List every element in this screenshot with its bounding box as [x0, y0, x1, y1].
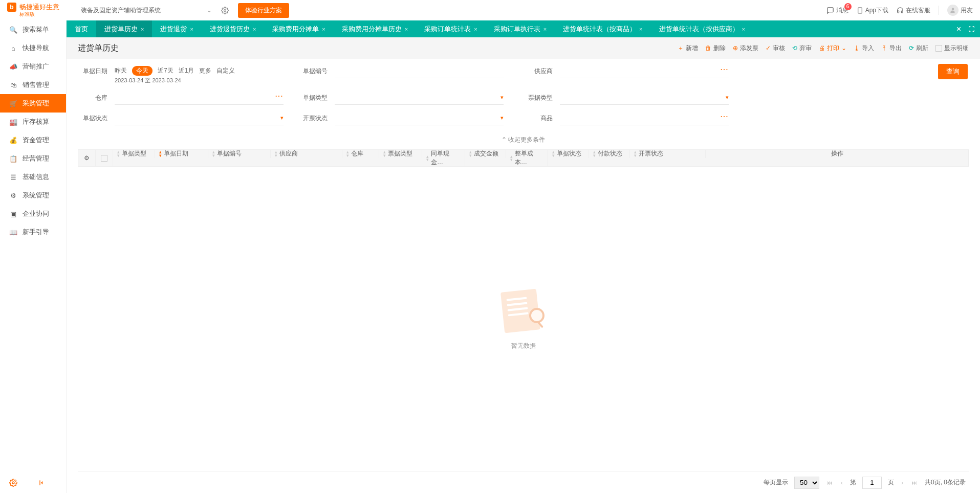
home-icon: ⌂	[9, 44, 17, 52]
refresh-button[interactable]: ⟳刷新	[909, 44, 928, 53]
goods-input[interactable]: ···	[560, 113, 729, 125]
delete-button[interactable]: 🗑删除	[705, 44, 726, 53]
tab-8[interactable]: 进货单统计表（按商品）×	[555, 20, 650, 37]
settings-icon[interactable]	[9, 479, 17, 487]
column-header-11[interactable]: ▴▾开票状态	[630, 149, 706, 158]
column-settings[interactable]: ⚙	[78, 150, 96, 166]
column-header-9[interactable]: ▴▾单据状态	[548, 149, 589, 158]
prev-page-icon[interactable]: ‹	[840, 479, 844, 486]
select-all[interactable]	[96, 150, 113, 166]
last-page-icon[interactable]: ⏭	[910, 479, 919, 486]
sidebar-item-10[interactable]: ▣企业协同	[0, 205, 66, 223]
sidebar-item-3[interactable]: 🛍销售管理	[0, 76, 66, 94]
column-label: 单据编号	[217, 149, 242, 158]
export-button[interactable]: ⭱导出	[881, 44, 902, 53]
column-header-0[interactable]: ▴▾单据类型	[113, 149, 155, 158]
tab-9[interactable]: 进货单统计表（按供应商）×	[651, 20, 753, 37]
show-detail-toggle[interactable]: 显示明细	[935, 44, 969, 53]
date-option-5[interactable]: 自定义	[216, 66, 235, 75]
support-button[interactable]: 在线客服	[897, 6, 930, 15]
next-page-icon[interactable]: ›	[900, 479, 904, 486]
sidebar-item-9[interactable]: ⚙系统管理	[0, 186, 66, 205]
brand-subtext: 标准版	[19, 11, 59, 18]
column-header-12[interactable]: 操作	[706, 149, 968, 158]
filter-label-invstat: 开票状态	[299, 113, 335, 123]
sidebar-item-8[interactable]: ☰基础信息	[0, 168, 66, 186]
sidebar-item-1[interactable]: ⌂快捷导航	[0, 39, 66, 57]
column-header-10[interactable]: ▴▾付款状态	[589, 149, 630, 158]
column-header-6[interactable]: ▴▾同单现金…	[422, 149, 465, 167]
empty-state: 暂无数据	[78, 167, 969, 472]
column-header-5[interactable]: ▴▾票据类型	[379, 149, 422, 158]
user-menu[interactable]: 用友	[947, 5, 973, 16]
messages-button[interactable]: 消息 6	[826, 6, 848, 15]
close-icon[interactable]: ×	[253, 26, 256, 32]
sidebar-item-4[interactable]: 🛒采购管理	[0, 94, 66, 113]
tab-0[interactable]: 首页	[67, 20, 96, 37]
tab-3[interactable]: 进货退货历史×	[202, 20, 264, 37]
tab-4[interactable]: 采购费用分摊单×	[264, 20, 333, 37]
sidebar-item-label: 销售管理	[23, 80, 49, 89]
try-industry-button[interactable]: 体验行业方案	[238, 3, 289, 18]
org-selector[interactable]: 装备及固定资产辅助管理系统 ⌄	[81, 6, 212, 15]
doctype-select[interactable]: ▾	[335, 93, 504, 105]
page-input[interactable]	[862, 477, 882, 489]
date-option-3[interactable]: 近1月	[179, 66, 194, 75]
app-download-button[interactable]: App下载	[857, 6, 888, 15]
tab-6[interactable]: 采购订单统计表×	[416, 20, 485, 37]
sidebar-item-11[interactable]: 📖新手引导	[0, 223, 66, 241]
close-icon[interactable]: ×	[141, 26, 144, 32]
tab-1[interactable]: 进货单历史×	[96, 20, 152, 37]
date-option-2[interactable]: 近7天	[158, 66, 173, 75]
sidebar-item-7[interactable]: 📋经营管理	[0, 149, 66, 168]
docno-input[interactable]	[335, 66, 504, 78]
gear-icon: ⚙	[84, 154, 90, 162]
sidebar-item-2[interactable]: 📣营销推广	[0, 57, 66, 76]
close-icon[interactable]: ×	[474, 26, 477, 32]
column-header-2[interactable]: ▴▾单据编号	[208, 149, 271, 158]
unaudit-button[interactable]: ⟲弃审	[792, 44, 812, 53]
sidebar-item-6[interactable]: 💰资金管理	[0, 131, 66, 149]
first-page-icon[interactable]: ⏮	[825, 479, 834, 486]
fullscreen-icon[interactable]	[968, 26, 975, 32]
column-header-8[interactable]: ▴▾整单成本…	[506, 149, 548, 167]
close-icon[interactable]: ×	[543, 26, 547, 32]
close-icon[interactable]: ×	[742, 26, 745, 32]
sidebar-item-5[interactable]: 🏭库存核算	[0, 113, 66, 131]
close-icon[interactable]: ×	[322, 26, 325, 32]
date-option-1[interactable]: 今天	[132, 66, 153, 76]
collapse-sidebar-icon[interactable]	[38, 479, 46, 487]
invtype-select[interactable]: ▾	[560, 93, 729, 105]
column-header-3[interactable]: ▴▾供应商	[271, 149, 342, 158]
column-header-1[interactable]: ▴▾单据日期	[155, 149, 208, 158]
close-icon[interactable]: ×	[639, 26, 642, 32]
app-header: b 畅捷通好生意 标准版 装备及固定资产辅助管理系统 ⌄ 体验行业方案 消息 6	[0, 0, 980, 20]
collapse-filters-button[interactable]: ⌃ 收起更多条件	[79, 133, 968, 149]
date-option-0[interactable]: 昨天	[115, 66, 127, 75]
query-button[interactable]: 查询	[938, 64, 968, 79]
add-button[interactable]: ＋新增	[678, 44, 698, 53]
tab-7[interactable]: 采购订单执行表×	[486, 20, 555, 37]
invstat-select[interactable]: ▾	[335, 113, 504, 125]
close-icon[interactable]: ×	[190, 26, 193, 32]
column-header-4[interactable]: ▴▾仓库	[342, 149, 379, 158]
supplier-input[interactable]: ···	[560, 66, 729, 78]
sidebar-item-0[interactable]: 🔍搜索菜单	[0, 20, 66, 39]
docstat-select[interactable]: ▾	[115, 113, 284, 125]
close-icon[interactable]: ×	[405, 26, 408, 32]
import-button[interactable]: ⭳导入	[854, 44, 874, 53]
audit-button[interactable]: ✓审核	[766, 44, 785, 53]
column-label: 操作	[831, 149, 843, 158]
date-option-4[interactable]: 更多	[199, 66, 211, 75]
tab-5[interactable]: 采购费用分摊单历史×	[334, 20, 416, 37]
add-invoice-button[interactable]: ⊕添发票	[733, 44, 758, 53]
per-page-select[interactable]: 50	[794, 477, 819, 489]
print-button[interactable]: 🖨打印⌄	[819, 44, 846, 53]
warehouse-input[interactable]: ···	[115, 93, 284, 105]
column-label: 同单现金…	[431, 149, 461, 167]
close-all-tabs-icon[interactable]	[955, 26, 962, 32]
more-icon: ···	[721, 66, 729, 73]
gear-icon[interactable]	[221, 7, 229, 14]
tab-2[interactable]: 进货退货×	[152, 20, 201, 37]
column-header-7[interactable]: ▴▾成交金额	[465, 149, 506, 158]
